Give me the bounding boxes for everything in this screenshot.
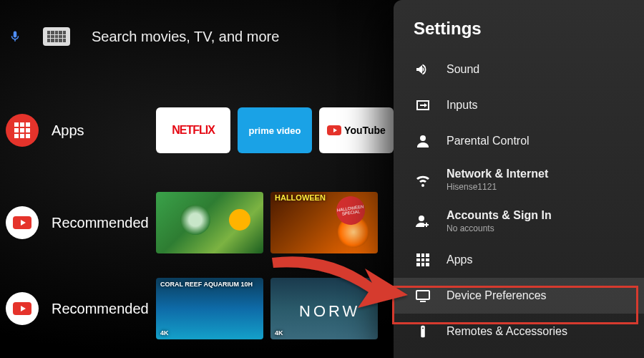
apps-grid-icon — [414, 251, 432, 269]
search-placeholder[interactable]: Search movies, TV, and more — [92, 29, 279, 45]
settings-item-sound[interactable]: Sound — [394, 52, 644, 87]
svg-point-1 — [419, 216, 424, 221]
thumb-overlay-text: CORAL REEF AQUARIUM 10H — [160, 281, 253, 288]
video-thumb[interactable] — [156, 192, 263, 253]
app-tile-prime[interactable]: prime video — [238, 107, 312, 153]
row-apps: Apps NETFLIX prime video YouTube — [0, 107, 394, 153]
youtube-source-icon[interactable] — [6, 292, 39, 325]
settings-item-label: Device Preferences — [447, 289, 547, 302]
thumb-overlay-text: HALLOWEEN SPECIAL — [334, 194, 366, 226]
settings-item-label: Apps — [447, 253, 472, 266]
thumb-overlay-text: 4K — [275, 329, 283, 337]
add-user-icon — [414, 212, 432, 231]
settings-item-sublabel: No accounts — [447, 223, 552, 233]
settings-item-apps[interactable]: Apps — [394, 242, 644, 278]
keyboard-icon[interactable] — [43, 27, 70, 46]
inputs-icon — [414, 96, 432, 115]
settings-item-network[interactable]: Network & Internet Hisense1121 — [394, 159, 644, 200]
row-label-recommended-2: Recommended — [52, 301, 149, 317]
sound-icon — [414, 60, 432, 79]
settings-item-parental-control[interactable]: Parental Control — [394, 123, 644, 159]
video-thumb[interactable]: CORAL REEF AQUARIUM 10H 4K — [156, 278, 263, 339]
voice-search-icon[interactable] — [9, 30, 21, 43]
video-thumb[interactable]: HALLOWEEN HALLOWEEN SPECIAL — [270, 192, 378, 253]
settings-panel: Settings Sound Inputs Parental Control N… — [394, 0, 644, 358]
apps-row-icon[interactable] — [6, 114, 39, 147]
top-search-bar: Search movies, TV, and more — [9, 27, 279, 46]
settings-item-label: Sound — [447, 63, 479, 76]
android-tv-home-with-settings: Search movies, TV, and more Apps NETFLIX… — [0, 0, 644, 358]
tv-icon — [414, 286, 432, 305]
app-tile-netflix[interactable]: NETFLIX — [156, 107, 230, 153]
youtube-icon — [327, 125, 341, 135]
settings-item-remotes[interactable]: Remotes & Accessories — [394, 314, 644, 349]
settings-item-label: Parental Control — [447, 135, 530, 147]
settings-item-label: Network & Internet — [447, 168, 548, 180]
video-thumb[interactable]: 4K — [270, 278, 378, 339]
youtube-source-icon[interactable] — [6, 206, 39, 239]
settings-item-accounts[interactable]: Accounts & Sign In No accounts — [394, 200, 644, 242]
user-icon — [414, 132, 432, 150]
settings-item-label: Remotes & Accessories — [447, 325, 567, 338]
settings-title: Settings — [394, 19, 644, 52]
svg-rect-4 — [421, 326, 425, 338]
settings-item-sublabel: Hisense1121 — [447, 182, 548, 192]
app-tile-youtube[interactable]: YouTube — [319, 107, 394, 153]
svg-point-0 — [420, 135, 426, 141]
settings-item-label: Accounts & Sign In — [447, 209, 552, 221]
svg-point-5 — [422, 328, 424, 329]
row-label-apps: Apps — [52, 122, 84, 139]
settings-item-device-preferences[interactable]: Device Preferences — [394, 278, 644, 314]
svg-rect-2 — [416, 291, 429, 299]
thumb-overlay-text: 4K — [160, 329, 169, 337]
row-label-recommended-1: Recommended — [52, 215, 149, 231]
thumb-overlay-text: HALLOWEEN — [275, 193, 326, 202]
app-tile-youtube-label: YouTube — [344, 125, 386, 136]
settings-item-label: Inputs — [447, 99, 478, 112]
row-recommended-1: Recommended HALLOWEEN HALLOWEEN SPECIAL — [0, 192, 378, 253]
wifi-icon — [414, 170, 432, 189]
apps-tiles: NETFLIX prime video YouTube — [156, 107, 394, 153]
remote-icon — [414, 322, 432, 341]
settings-item-inputs[interactable]: Inputs — [394, 87, 644, 123]
row-recommended-2: Recommended CORAL REEF AQUARIUM 10H 4K 4… — [0, 278, 378, 339]
